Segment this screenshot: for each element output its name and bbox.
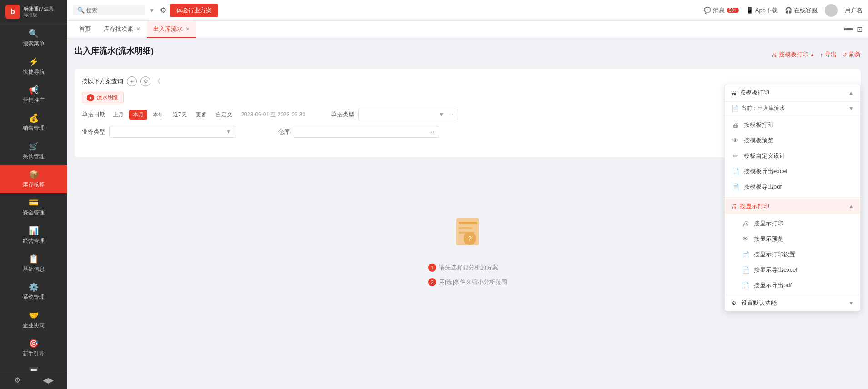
date-shortcut-7days[interactable]: 近7天 (169, 110, 190, 120)
tab-flow-label: 出入库流水 (153, 25, 183, 33)
sidebar-icon-quick-nav: ⚡ (29, 57, 39, 67)
sidebar-icon-purchase: 🛒 (29, 141, 39, 151)
topbar-dropdown-arrow[interactable]: ▼ (149, 7, 155, 14)
sidebar-item-search[interactable]: 🔍搜索菜单 (0, 24, 67, 52)
date-shortcut-this-year[interactable]: 本年 (149, 110, 167, 120)
tab-batch-account[interactable]: 库存批次账 ✕ (97, 21, 147, 38)
user-avatar[interactable] (825, 4, 838, 17)
date-shortcuts: 上月 本月 本年 近7天 更多 自定义 (109, 110, 236, 120)
dropdown-display-print-icon: 🖨 (741, 220, 749, 227)
sidebar-icon-finance: 💳 (29, 198, 39, 208)
topbar-gear-icon[interactable]: ⚙ (160, 6, 166, 15)
tab-flow-close[interactable]: ✕ (185, 26, 190, 32)
dropdown-item-template-preview[interactable]: 👁 按模板预览 (725, 133, 860, 148)
empty-tip-2: 2 用[选]条件来缩小分析范围 (428, 276, 507, 288)
industry-btn[interactable]: 体验行业方案 (170, 4, 218, 17)
filter-date-label: 单据日期 (82, 110, 105, 119)
tab-maximize-btn[interactable]: ⊡ (857, 25, 863, 34)
sidebar-item-system[interactable]: ⚙️系统管理 (0, 278, 67, 306)
dropdown-item-template-print[interactable]: 🖨 按模板打印 (725, 117, 860, 133)
sidebar-label-operations: 经营管理 (23, 237, 45, 245)
dropdown-current-row: 📄 当前：出入库流水 ▼ (725, 102, 860, 115)
refresh-btn[interactable]: ↺ 刷新 (842, 50, 861, 59)
sidebar-item-purchase[interactable]: 🛒采购管理 (0, 137, 67, 165)
date-shortcut-custom[interactable]: 自定义 (212, 110, 236, 120)
dropdown-current-label: 当前：出入库流水 (741, 105, 785, 112)
sidebar-item-quick-nav[interactable]: ⚡快捷导航 (0, 52, 67, 80)
refresh-label: 刷新 (849, 50, 861, 59)
sidebar-bottom: ⚙ ◀▶ (0, 371, 67, 389)
date-shortcut-last-month[interactable]: 上月 (109, 110, 127, 120)
dropdown-item-display-pdf[interactable]: 📄 按显示导出pdf (725, 278, 860, 293)
sidebar-item-basic-info[interactable]: 📋基础信息 (0, 249, 67, 278)
filter-biz-type-select[interactable]: ▼ (109, 126, 236, 138)
filter-collapse-icon[interactable]: 《 (154, 77, 160, 85)
printer-icon: 🖨 (771, 51, 777, 58)
sidebar-item-operations[interactable]: 📊经营管理 (0, 221, 67, 249)
filter-tag-label: 流水明细 (97, 94, 119, 101)
filter-tag-active[interactable]: ● 流水明细 (82, 92, 124, 103)
sidebar-settings-btn[interactable]: ⚙ (14, 376, 20, 384)
dropdown-item-display-print[interactable]: 🖨 按显示打印 (725, 216, 860, 231)
tab-home[interactable]: 首页 (73, 21, 97, 38)
sidebar-item-finance[interactable]: 💳资金管理 (0, 193, 67, 221)
topbar-message[interactable]: 💬 消息 99+ (704, 6, 739, 15)
dropdown-display-excel-label: 按显示导出excel (754, 266, 797, 274)
filter-warehouse-select[interactable]: ··· (294, 126, 439, 138)
export-label: 导出 (825, 50, 837, 59)
dropdown-item-display-settings[interactable]: 📄 按显示打印设置 (725, 247, 860, 262)
sidebar-collapse-btn[interactable]: ◀▶ (43, 376, 54, 384)
export-btn[interactable]: ↑ 导出 (820, 50, 837, 59)
sidebar-item-sales[interactable]: 💰销售管理 (0, 109, 67, 137)
tab-flow[interactable]: 出入库流水 ✕ (147, 21, 196, 38)
sidebar-item-marketing[interactable]: 📢营销推广 (0, 80, 67, 109)
sidebar-label-search: 搜索菜单 (23, 40, 45, 48)
sidebar-icon-operations: 📊 (29, 226, 39, 236)
dropdown-item-template-excel[interactable]: 📄 按模板导出excel (725, 164, 860, 179)
filter-date-field: 单据日期 上月 本月 本年 近7天 更多 自定义 2023-06-01 至 20… (82, 110, 305, 120)
filter-doc-type-select[interactable]: ▼ ··· (358, 109, 458, 120)
search-input[interactable] (86, 7, 141, 14)
sidebar-item-app-center[interactable]: 🔲应用中心 (0, 362, 67, 371)
dropdown-item-display-excel[interactable]: 📄 按显示导出excel (725, 262, 860, 278)
sidebar-item-cooperation[interactable]: 🤝企业协同 (0, 306, 67, 334)
topbar-search-box[interactable]: 🔍 (73, 5, 145, 15)
dropdown-template-print-icon: 🖨 (731, 121, 739, 129)
sidebar-icon-cooperation: 🤝 (29, 310, 39, 320)
sidebar-item-inventory[interactable]: 📦库存核算 (0, 165, 67, 193)
page-title: 出入库流水(流水明细) (75, 45, 154, 56)
date-range-value: 2023-06-01 至 2023-06-30 (241, 111, 305, 119)
topbar-online-service[interactable]: 🎧 在线客服 (785, 6, 818, 15)
topbar-app-download[interactable]: 📱 App下载 (746, 6, 778, 15)
dropdown-display-section-header[interactable]: 🖨 按显示打印 ▲ (725, 199, 860, 214)
filter-add-btn[interactable]: + (127, 76, 137, 86)
tip-num-1: 1 (428, 264, 436, 272)
date-shortcut-this-month[interactable]: 本月 (129, 110, 147, 120)
template-print-btn[interactable]: 🖨 按模板打印 ▲ (771, 50, 815, 59)
filter-warehouse-field: 仓库 ··· (278, 126, 439, 138)
tab-minimize-btn[interactable]: ➖ (844, 25, 853, 34)
sidebar-label-basic-info: 基础信息 (23, 265, 45, 273)
filter-doc-type-more[interactable]: ··· (449, 111, 453, 118)
dropdown-title: 按模板打印 (740, 89, 769, 97)
dropdown-item-display-preview[interactable]: 👁 按显示预览 (725, 231, 860, 247)
message-icon: 💬 (704, 7, 711, 14)
sidebar-item-guide[interactable]: 🎯新手引导 (0, 334, 67, 362)
export-icon: ↑ (820, 51, 823, 58)
dropdown-item-template-pdf[interactable]: 📄 按模板导出pdf (725, 179, 860, 194)
sidebar-logo: b 畅捷通好生意 标准版 (0, 0, 67, 24)
message-badge: 99+ (727, 8, 739, 13)
filter-warehouse-more[interactable]: ··· (429, 129, 434, 135)
sidebar-icon-guide: 🎯 (29, 339, 39, 349)
dropdown-template-preview-icon: 👁 (731, 137, 739, 144)
filter-tag-icon: ● (87, 94, 94, 101)
sidebar-label-quick-nav: 快捷导航 (23, 68, 45, 76)
date-shortcut-more[interactable]: 更多 (192, 110, 210, 120)
page-header-actions: 🖨 按模板打印 ▲ ↑ 导出 ↺ 刷新 (771, 50, 861, 59)
dropdown-item-template-custom[interactable]: ✏ 模板自定义设计 (725, 148, 860, 164)
dropdown-default-section[interactable]: ⚙ 设置默认功能 ▼ (725, 295, 860, 311)
filter-settings-btn[interactable]: ⚙ (140, 76, 150, 86)
filter-doc-type-field: 单据类型 ▼ ··· (331, 109, 458, 120)
dropdown-header-arrow[interactable]: ▲ (848, 90, 854, 96)
tab-batch-account-close[interactable]: ✕ (136, 26, 140, 32)
